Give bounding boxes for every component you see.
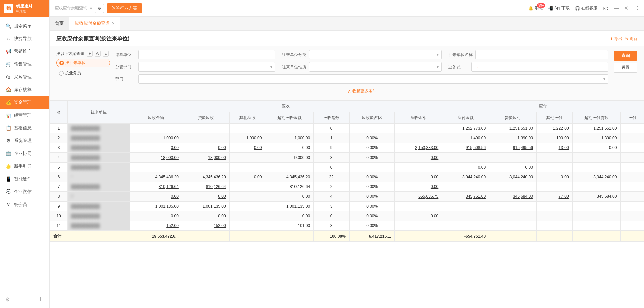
option-by-unit[interactable]: 按往来单位 bbox=[56, 59, 110, 67]
page-header-actions: ⬆ 导出 ↻ 刷新 bbox=[610, 36, 637, 42]
sidebar-item-label: 采购管理 bbox=[14, 74, 32, 80]
gear-icon: ⚙ bbox=[5, 138, 11, 143]
tab-home[interactable]: 首页 bbox=[50, 17, 69, 30]
field-dept-select[interactable]: ▾ bbox=[138, 62, 275, 72]
footer-spacer bbox=[395, 231, 442, 242]
chevron-down-icon: ▾ bbox=[270, 64, 272, 69]
th-ar-pre: 预收余额 bbox=[395, 112, 442, 124]
page-title: 应收应付余额查询(按往来单位) bbox=[56, 35, 130, 42]
footer-ar-other bbox=[229, 231, 265, 242]
sidebar-item-purchase[interactable]: 🛍 采购管理 bbox=[0, 71, 49, 83]
field-dept: 分管部门 ▾ bbox=[115, 62, 275, 72]
th-ar-amount: 应收金额 bbox=[130, 112, 182, 124]
field-salesman-input[interactable]: ··· bbox=[471, 62, 608, 72]
message-button[interactable]: 🔔 消息 99+ bbox=[528, 5, 543, 11]
vip-icon: V bbox=[5, 202, 11, 207]
field-unitnature-select[interactable]: ▾ bbox=[309, 62, 442, 72]
service-label: 在线客服 bbox=[581, 5, 597, 11]
sidebar-item-funds[interactable]: 💰 资金管理 bbox=[0, 96, 49, 109]
collapse-button[interactable]: ∧ 收起更多条件 bbox=[346, 86, 378, 96]
field-salesman-label: 业务员 bbox=[448, 64, 469, 70]
maximize-button[interactable]: ⛶ bbox=[632, 5, 639, 12]
app-download-button[interactable]: 📲 App下载 bbox=[548, 5, 570, 11]
footer-ar-loan bbox=[182, 231, 229, 242]
dots-icon: ··· bbox=[474, 64, 478, 69]
online-service-button[interactable]: 🎧 在线客服 bbox=[575, 5, 597, 11]
minimize-button[interactable]: — bbox=[613, 5, 620, 12]
sidebar-logo: 畅 畅捷通财 标准版 bbox=[0, 0, 49, 17]
export-button[interactable]: ⬆ 导出 bbox=[610, 36, 622, 42]
table-row: 4██████████18,000.0018,000.009,000.0030.… bbox=[50, 153, 644, 163]
sidebar-item-sales[interactable]: 🛒 销售管理 bbox=[0, 58, 49, 71]
search-mode-label: 按以下方案查询 bbox=[56, 51, 85, 57]
sidebar-item-label: 新手引导 bbox=[14, 163, 32, 169]
sidebar-item-search[interactable]: 🔍 搜索菜单 bbox=[0, 19, 49, 32]
sidebar-item-wechat[interactable]: 💬 企业微信 bbox=[0, 185, 49, 198]
table-row: 9██████████1,001,135.001,001,135.001,001… bbox=[50, 202, 644, 211]
th-ar-count: 应收笔数 bbox=[314, 112, 350, 124]
sidebar-item-quicknav[interactable]: ⌂ 快捷导航 bbox=[0, 32, 49, 45]
tab-ar-label: 应收应付余额查询 bbox=[75, 20, 110, 26]
sidebar-item-corp[interactable]: 🏢 企业协同 bbox=[0, 147, 49, 160]
th-group-yingshou: 应收 bbox=[130, 101, 442, 112]
sidebar-item-guide[interactable]: 🌟 新手引导 bbox=[0, 160, 49, 173]
chevron-down-icon[interactable]: ▾ bbox=[90, 6, 92, 11]
radio-inactive-icon bbox=[59, 71, 64, 76]
sidebar-item-basic[interactable]: 📋 基础信息 bbox=[0, 122, 49, 134]
sidebar-item-hardware[interactable]: 📱 智能硬件 bbox=[0, 173, 49, 185]
table-row: 10██████████0.000.000.0000.00%0.00 bbox=[50, 211, 644, 221]
download-icon: 📲 bbox=[548, 6, 553, 11]
trial-button[interactable]: 体验行业方案 bbox=[107, 3, 142, 13]
bell-icon: 🔔 bbox=[528, 6, 533, 11]
megaphone-icon: 📢 bbox=[5, 49, 11, 54]
pause-icon[interactable]: ⏸ bbox=[39, 296, 44, 303]
setting-button[interactable]: 设置 bbox=[614, 63, 637, 73]
table-area: ⚙ 往来单位 应收 应付 应收金额 贷款应收 其他应收 超期应收金额 应收笔数 … bbox=[50, 100, 644, 308]
close-button[interactable]: ✕ bbox=[623, 5, 629, 12]
funds-icon: 💰 bbox=[5, 100, 11, 105]
th-ar-other: 其他应收 bbox=[229, 112, 265, 124]
th-ap-loan: 贷款应付 bbox=[489, 112, 537, 124]
sidebar-item-label: 企业微信 bbox=[14, 189, 32, 195]
add-scheme-icon[interactable]: + bbox=[87, 51, 93, 57]
sidebar-item-inventory[interactable]: 🏠 库存核算 bbox=[0, 83, 49, 96]
sidebar-item-operations[interactable]: 📊 经营管理 bbox=[0, 109, 49, 122]
field-unitnature: 往来单位性质 ▾ bbox=[282, 62, 442, 72]
sidebar-item-marketing[interactable]: 📢 营销推广 bbox=[0, 45, 49, 58]
field-deptsub-select[interactable]: ▾ bbox=[138, 74, 608, 84]
more-scheme-icon[interactable]: « bbox=[103, 51, 109, 57]
field-unitname-input[interactable] bbox=[475, 50, 608, 59]
tab-ar[interactable]: 应收应付余额查询 ✕ bbox=[69, 17, 120, 30]
query-button[interactable]: 查询 bbox=[614, 51, 637, 61]
chevron-down-icon: ▾ bbox=[603, 77, 605, 81]
settings-icon[interactable]: ⚙ bbox=[5, 296, 10, 303]
export-icon: ⬆ bbox=[610, 37, 613, 41]
search-icon: 🔍 bbox=[5, 23, 11, 29]
cell-unit: ██████████ bbox=[68, 202, 130, 211]
edit-scheme-icon[interactable]: ⊙ bbox=[95, 51, 101, 57]
option-unit-label: 按往来单位 bbox=[65, 60, 86, 66]
th-settings[interactable]: ⚙ bbox=[50, 101, 68, 124]
chevron-up-icon: ∧ bbox=[348, 89, 351, 94]
field-unitcategory-label: 往来单位分类 bbox=[282, 52, 306, 58]
bag-icon: 🛍 bbox=[5, 74, 11, 80]
sidebar-item-system[interactable]: ⚙ 系统管理 bbox=[0, 134, 49, 147]
sidebar-item-label: 基础信息 bbox=[14, 125, 32, 131]
field-unitcategory-select[interactable]: ▾ bbox=[309, 50, 442, 59]
search-area: 按以下方案查询 + ⊙ « 按往来单位 按业务员 bbox=[50, 46, 644, 100]
footer-ar-amount[interactable]: 19,553,472,6... bbox=[130, 231, 182, 242]
refresh-button[interactable]: ↻ 刷新 bbox=[625, 36, 637, 42]
th-ar-pct: 应收款占比 bbox=[349, 112, 395, 124]
th-ar-overdue: 超期应收金额 bbox=[265, 112, 314, 124]
th-ap-amount: 应付金额 bbox=[442, 112, 489, 124]
topbar-gear-button[interactable]: ⚙ bbox=[95, 4, 104, 13]
cell-unit: P bbox=[68, 192, 130, 202]
cell-unit: ██████████ bbox=[68, 211, 130, 221]
field-jiesuanunit-input[interactable]: ··· bbox=[138, 50, 275, 59]
tab-close-icon[interactable]: ✕ bbox=[112, 21, 115, 26]
sidebar-item-label: 库存核算 bbox=[14, 87, 32, 93]
field-deptsub-label: 部门 bbox=[115, 76, 136, 82]
sidebar-item-member[interactable]: V 畅会员 bbox=[0, 198, 49, 211]
sidebar-item-label: 智能硬件 bbox=[14, 176, 32, 182]
option-by-salesman[interactable]: 按业务员 bbox=[56, 69, 110, 77]
